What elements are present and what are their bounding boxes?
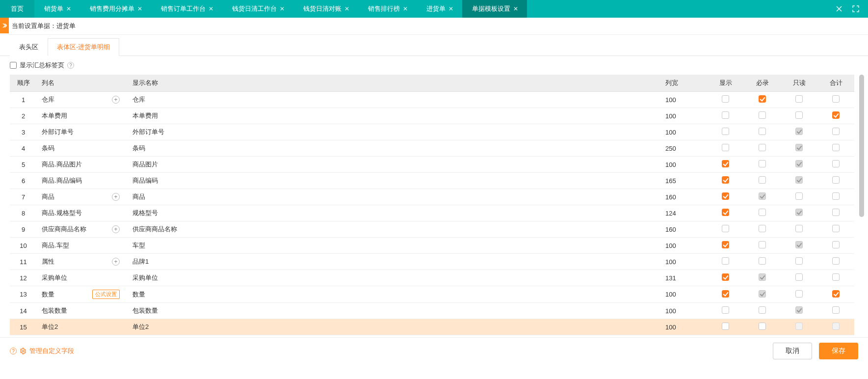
checkbox-required[interactable] — [759, 241, 766, 248]
top-tab[interactable]: 首页 — [0, 0, 34, 18]
checkbox-show[interactable] — [722, 111, 729, 119]
checkbox-total[interactable] — [832, 192, 840, 200]
checkbox-required[interactable] — [759, 176, 766, 184]
table-row[interactable]: 14包装数量包装数量100 — [10, 303, 854, 319]
cell-width[interactable]: 131 — [660, 270, 707, 286]
cancel-button[interactable]: 取消 — [773, 343, 812, 359]
scrollbar-thumb[interactable] — [859, 75, 864, 217]
checkbox-required[interactable] — [759, 111, 766, 119]
checkbox-readonly[interactable] — [795, 225, 803, 232]
cell-display-name[interactable]: 本单费用 — [128, 108, 660, 124]
cell-display-name[interactable]: 规格型号 — [128, 205, 660, 221]
fullscreen-icon[interactable] — [850, 3, 861, 14]
cell-display-name[interactable]: 商品 — [128, 189, 660, 205]
checkbox-required[interactable] — [759, 257, 766, 265]
table-row[interactable]: 1仓库+仓库100 — [10, 92, 854, 108]
help-footer-icon[interactable]: ? — [10, 348, 17, 354]
show-summary-tab-checkbox[interactable] — [10, 62, 17, 69]
cell-display-name[interactable]: 品牌1 — [128, 254, 660, 270]
checkbox-required[interactable] — [759, 128, 766, 135]
table-row[interactable]: 4条码条码250 — [10, 140, 854, 157]
checkbox-total[interactable] — [832, 160, 840, 167]
add-child-icon[interactable]: + — [112, 225, 120, 233]
cell-width[interactable]: 165 — [660, 173, 707, 189]
cell-display-name[interactable]: 包装数量 — [128, 303, 660, 319]
top-tab[interactable]: 销货单✕ — [34, 0, 80, 18]
top-tab[interactable]: 钱货日清工作台✕ — [222, 0, 293, 18]
tab-close-icon[interactable]: ✕ — [448, 5, 453, 12]
table-row[interactable]: 9供应商商品名称+供应商商品名称160 — [10, 221, 854, 238]
formula-settings-badge[interactable]: 公式设置 — [92, 290, 120, 299]
table-row[interactable]: 2本单费用本单费用100 — [10, 108, 854, 124]
checkbox-show[interactable] — [722, 323, 729, 330]
cell-width[interactable]: 160 — [660, 189, 707, 205]
checkbox-required[interactable] — [759, 225, 766, 232]
table-row[interactable]: 12采购单位采购单位131 — [10, 270, 854, 286]
checkbox-total[interactable] — [832, 290, 840, 298]
manage-custom-fields-link[interactable]: ? 管理自定义字段 — [10, 347, 74, 355]
tab-close-icon[interactable]: ✕ — [344, 5, 349, 12]
checkbox-total[interactable] — [832, 225, 840, 232]
close-all-tabs-icon[interactable] — [834, 3, 844, 14]
checkbox-readonly[interactable] — [795, 111, 803, 119]
checkbox-total[interactable] — [832, 209, 840, 216]
checkbox-total[interactable] — [832, 241, 840, 248]
top-tab[interactable]: 销售费用分摊单✕ — [80, 0, 151, 18]
checkbox-readonly[interactable] — [795, 192, 803, 200]
cell-width[interactable]: 100 — [660, 254, 707, 270]
table-row[interactable]: 13数量公式设置数量100 — [10, 286, 854, 303]
checkbox-required[interactable] — [759, 209, 766, 216]
checkbox-total[interactable] — [832, 306, 840, 314]
checkbox-readonly[interactable] — [795, 257, 803, 265]
checkbox-readonly[interactable] — [795, 273, 803, 281]
checkbox-readonly[interactable] — [795, 95, 803, 103]
cell-width[interactable]: 100 — [660, 303, 707, 319]
top-tab[interactable]: 销售订单工作台✕ — [151, 0, 222, 18]
checkbox-readonly[interactable] — [795, 290, 803, 298]
checkbox-show[interactable] — [722, 95, 729, 103]
cell-display-name[interactable]: 商品图片 — [128, 157, 660, 173]
checkbox-required[interactable] — [759, 306, 766, 314]
checkbox-show[interactable] — [722, 306, 729, 314]
table-row[interactable]: 15单位2单位2100 — [10, 319, 854, 335]
cell-display-name[interactable]: 仓库 — [128, 92, 660, 108]
sub-tab[interactable]: 表头区 — [10, 38, 48, 56]
add-child-icon[interactable]: + — [112, 96, 120, 104]
cell-width[interactable]: 100 — [660, 238, 707, 254]
cell-width[interactable]: 100 — [660, 108, 707, 124]
checkbox-required[interactable] — [759, 95, 766, 103]
save-button[interactable]: 保存 — [819, 343, 858, 359]
cell-width[interactable]: 100 — [660, 92, 707, 108]
checkbox-show[interactable] — [722, 192, 729, 200]
checkbox-required[interactable] — [759, 160, 766, 167]
top-tab[interactable]: 单据模板设置✕ — [462, 0, 527, 18]
cell-display-name[interactable]: 供应商商品名称 — [128, 221, 660, 238]
tab-close-icon[interactable]: ✕ — [403, 5, 408, 12]
cell-display-name[interactable]: 采购单位 — [128, 270, 660, 286]
checkbox-total[interactable] — [832, 257, 840, 265]
checkbox-show[interactable] — [722, 273, 729, 281]
tab-close-icon[interactable]: ✕ — [209, 5, 213, 12]
checkbox-show[interactable] — [722, 128, 729, 135]
cell-width[interactable]: 250 — [660, 140, 707, 157]
table-row[interactable]: 10商品.车型车型100 — [10, 238, 854, 254]
table-row[interactable]: 5商品.商品图片商品图片100 — [10, 157, 854, 173]
checkbox-required[interactable] — [759, 323, 766, 330]
checkbox-show[interactable] — [722, 257, 729, 265]
sub-tab[interactable]: 表体区-进货单明细 — [48, 38, 119, 56]
table-row[interactable]: 8商品.规格型号规格型号124 — [10, 205, 854, 221]
table-row[interactable]: 7商品+商品160 — [10, 189, 854, 205]
cell-display-name[interactable]: 数量 — [128, 286, 660, 303]
checkbox-total[interactable] — [832, 111, 840, 119]
checkbox-show[interactable] — [722, 209, 729, 216]
checkbox-total[interactable] — [832, 144, 840, 151]
checkbox-total[interactable] — [832, 128, 840, 135]
table-row[interactable]: 6商品.商品编码商品编码165 — [10, 173, 854, 189]
cell-display-name[interactable]: 单位2 — [128, 319, 660, 335]
cell-width[interactable]: 100 — [660, 124, 707, 140]
checkbox-required[interactable] — [759, 144, 766, 151]
add-child-icon[interactable]: + — [112, 258, 120, 266]
cell-width[interactable]: 124 — [660, 205, 707, 221]
checkbox-total[interactable] — [832, 95, 840, 103]
checkbox-show[interactable] — [722, 290, 729, 298]
